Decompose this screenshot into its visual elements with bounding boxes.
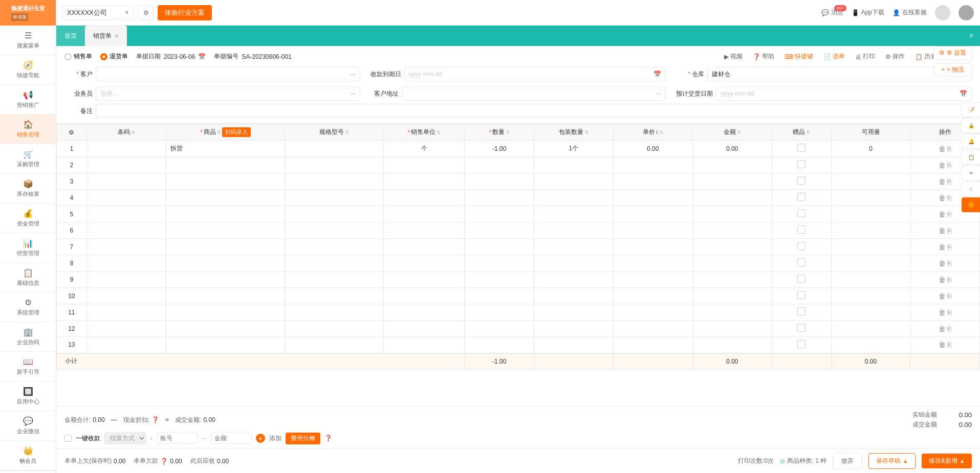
gift-checkbox-4[interactable]	[797, 209, 805, 217]
cell-pack-3[interactable]	[534, 190, 613, 206]
radio-sales[interactable]: 销售单	[64, 52, 92, 61]
cell-price-10[interactable]	[613, 304, 692, 321]
cell-gift-0[interactable]	[772, 141, 831, 157]
tab-home[interactable]: 首页	[56, 26, 85, 46]
gift-checkbox-10[interactable]	[797, 307, 805, 316]
copy-row-icon-1[interactable]: ⎘	[947, 161, 951, 169]
cell-barcode-5[interactable]	[86, 222, 166, 239]
cell-amount-7[interactable]	[692, 255, 772, 272]
radio-return[interactable]: 退货单	[100, 52, 128, 61]
cell-gift-6[interactable]	[772, 239, 831, 255]
cell-gift-11[interactable]	[772, 321, 831, 337]
cell-unit-2[interactable]	[384, 173, 465, 190]
cell-product-8[interactable]	[166, 272, 285, 288]
cell-pack-2[interactable]	[534, 173, 613, 190]
copy-row-icon-0[interactable]: ⎘	[947, 145, 951, 153]
notes-input[interactable]	[96, 104, 972, 118]
cell-gift-10[interactable]	[772, 304, 831, 321]
cell-spec-1[interactable]	[285, 157, 384, 173]
cell-unit-5[interactable]	[384, 222, 465, 239]
cell-amount-6[interactable]	[692, 239, 772, 255]
cell-gift-7[interactable]	[772, 255, 831, 272]
cell-qty-12[interactable]	[465, 337, 534, 353]
cell-product-2[interactable]	[166, 173, 285, 190]
copy-row-icon-2[interactable]: ⎘	[947, 177, 951, 186]
save-new-button[interactable]: 保存&新增 ▲	[922, 454, 972, 468]
cell-gift-2[interactable]	[772, 173, 831, 190]
gift-checkbox-3[interactable]	[797, 193, 805, 201]
cell-pack-12[interactable]	[534, 337, 613, 353]
cell-gift-5[interactable]	[772, 222, 831, 239]
cell-qty-4[interactable]	[465, 206, 534, 222]
cell-gift-9[interactable]	[772, 288, 831, 304]
side-btn-3[interactable]: 🔔	[962, 134, 980, 149]
cell-qty-9[interactable]	[465, 288, 534, 304]
delete-row-icon-5[interactable]: 🗑	[939, 227, 946, 235]
delete-row-icon-0[interactable]: 🗑	[939, 145, 946, 153]
cell-pack-9[interactable]	[534, 288, 613, 304]
cell-amount-10[interactable]	[692, 304, 772, 321]
cell-price-3[interactable]	[613, 190, 692, 206]
cell-spec-12[interactable]	[285, 337, 384, 353]
gift-checkbox-7[interactable]	[797, 258, 805, 266]
pack-sort-icon[interactable]: ⇅	[584, 129, 589, 135]
cell-spec-0[interactable]	[285, 141, 384, 157]
cell-unit-12[interactable]	[384, 337, 465, 353]
sidebar-item-wechat[interactable]: 💬 企业微信	[0, 411, 56, 441]
cell-amount-4[interactable]	[692, 206, 772, 222]
cell-spec-3[interactable]	[285, 190, 384, 206]
cell-qty-7[interactable]	[465, 255, 534, 272]
sidebar-item-search[interactable]: ☰ 搜索菜单	[0, 26, 56, 55]
cell-qty-11[interactable]	[465, 321, 534, 337]
cell-unit-6[interactable]	[384, 239, 465, 255]
copy-row-icon-10[interactable]: ⎘	[947, 308, 951, 317]
expense-split-button[interactable]: 费用分摊	[286, 433, 320, 444]
cell-gift-1[interactable]	[772, 157, 831, 173]
settings-button[interactable]: ⚙ ⚙ 设置	[933, 46, 972, 60]
cell-product-6[interactable]	[166, 239, 285, 255]
payment-method-select[interactable]: 结算方式	[104, 432, 146, 444]
cell-spec-5[interactable]	[285, 222, 384, 239]
cell-unit-7[interactable]	[384, 255, 465, 272]
copy-row-icon-6[interactable]: ⎘	[947, 243, 951, 251]
messages-button[interactable]: 💬 消息 99+	[821, 8, 843, 17]
expense-help-icon[interactable]: ❓	[324, 435, 332, 442]
calendar-icon[interactable]: 📅	[198, 53, 206, 60]
cell-unit-10[interactable]	[384, 304, 465, 321]
side-btn-4[interactable]: 📋	[962, 150, 980, 165]
cell-spec-2[interactable]	[285, 173, 384, 190]
cell-qty-1[interactable]	[465, 157, 534, 173]
cell-pack-11[interactable]	[534, 321, 613, 337]
cell-pack-1[interactable]	[534, 157, 613, 173]
cell-spec-10[interactable]	[285, 304, 384, 321]
product-sort-icon[interactable]: ⇅	[217, 129, 221, 135]
select-btn[interactable]: 📄 选单	[820, 51, 848, 62]
side-btn-6[interactable]: ☆	[962, 182, 980, 196]
video-btn[interactable]: ▶ 视频	[721, 51, 746, 62]
sidebar-item-member[interactable]: 👑 畅会员	[0, 441, 56, 470]
cell-barcode-11[interactable]	[86, 321, 166, 337]
sidebar-item-finance[interactable]: 💰 资金管理	[0, 204, 56, 233]
cell-pack-4[interactable]	[534, 206, 613, 222]
cell-price-12[interactable]	[613, 337, 692, 353]
cell-product-7[interactable]	[166, 255, 285, 272]
cell-price-2[interactable]	[613, 173, 692, 190]
user-avatar-2[interactable]	[959, 5, 974, 20]
amount-input[interactable]	[211, 433, 252, 444]
company-selector[interactable]: XXXXXX公司 ▼	[62, 6, 134, 20]
cell-qty-2[interactable]	[465, 173, 534, 190]
cell-qty-10[interactable]	[465, 304, 534, 321]
cell-price-9[interactable]	[613, 288, 692, 304]
cell-barcode-8[interactable]	[86, 272, 166, 288]
cell-price-11[interactable]	[613, 321, 692, 337]
qty-sort-icon[interactable]: ⇅	[506, 129, 510, 135]
sidebar-item-inventory[interactable]: 📦 库存核算	[0, 174, 56, 204]
delete-row-icon-8[interactable]: 🗑	[939, 276, 946, 284]
cell-spec-6[interactable]	[285, 239, 384, 255]
cell-barcode-2[interactable]	[86, 173, 166, 190]
sidebar-item-guide[interactable]: 📖 新手引导	[0, 352, 56, 381]
copy-row-icon-4[interactable]: ⎘	[947, 210, 951, 218]
cell-price-8[interactable]	[613, 272, 692, 288]
gift-checkbox-1[interactable]	[797, 160, 805, 168]
copy-row-icon-9[interactable]: ⎘	[947, 292, 951, 300]
